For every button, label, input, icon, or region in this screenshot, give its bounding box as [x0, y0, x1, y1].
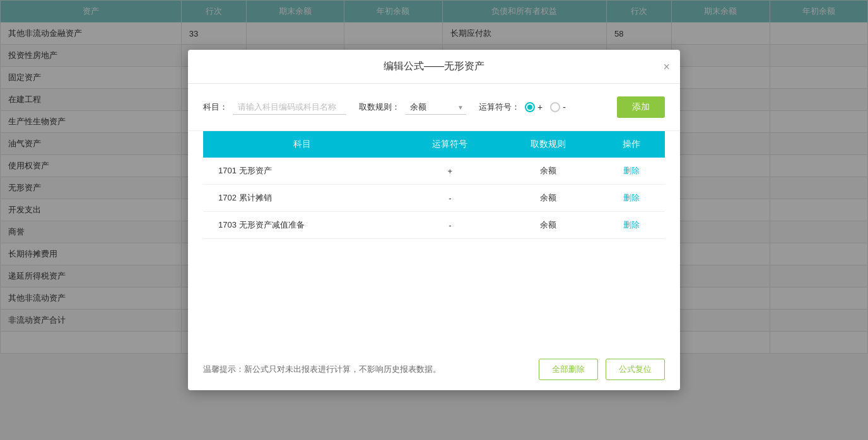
modal-overlay: 编辑公式——无形资产 × 科目： 取数规则： 余额借方贷方借方发生额贷方发生额 …: [0, 0, 868, 440]
formula-subject-cell: 1702 累计摊销: [203, 185, 401, 212]
radio-minus[interactable]: -: [550, 102, 566, 112]
delete-row-button[interactable]: 删除: [623, 192, 640, 204]
formula-rule-cell: 余额: [499, 158, 597, 185]
radio-plus-label: +: [537, 102, 542, 112]
formula-subject-cell: 1701 无形资产: [203, 158, 401, 185]
rule-label: 取数规则：: [359, 101, 400, 113]
modal-footer: 温馨提示：新公式只对未出报表进行计算，不影响历史报表数据。 全部删除 公式复位: [188, 349, 680, 390]
delete-row-button[interactable]: 删除: [623, 165, 640, 177]
reset-formula-button[interactable]: 公式复位: [606, 359, 665, 380]
formula-action-cell: 删除: [598, 158, 665, 185]
delete-all-button[interactable]: 全部删除: [539, 359, 598, 380]
table-row: 1702 累计摊销-余额删除: [203, 185, 665, 212]
modal-close-button[interactable]: ×: [663, 61, 670, 72]
formula-subject-cell: 1703 无形资产减值准备: [203, 212, 401, 239]
formula-table-header-cell: 科目: [203, 131, 401, 158]
footer-buttons: 全部删除 公式复位: [539, 359, 665, 380]
table-row: 1703 无形资产减值准备-余额删除: [203, 212, 665, 239]
add-button[interactable]: 添加: [617, 96, 665, 118]
footer-hint: 温馨提示：新公式只对未出报表进行计算，不影响历史报表数据。: [203, 364, 441, 375]
formula-table: 科目运算符号取数规则操作 1701 无形资产+余额删除1702 累计摊销-余额删…: [203, 131, 665, 239]
formula-operator-cell: -: [401, 185, 499, 212]
rule-select-wrapper: 余额借方贷方借方发生额贷方发生额 ▼: [405, 100, 466, 115]
edit-formula-modal: 编辑公式——无形资产 × 科目： 取数规则： 余额借方贷方借方发生额贷方发生额 …: [188, 50, 680, 390]
radio-minus-circle: [550, 102, 560, 112]
operator-radio-group: + -: [525, 102, 566, 112]
radio-plus-circle: [525, 102, 535, 112]
formula-rule-cell: 余额: [499, 185, 597, 212]
formula-table-header-cell: 操作: [598, 131, 665, 158]
subject-input[interactable]: [233, 100, 346, 115]
form-row: 科目： 取数规则： 余额借方贷方借方发生额贷方发生额 ▼ 运算符号： +: [188, 84, 680, 131]
rule-group: 取数规则： 余额借方贷方借方发生额贷方发生额 ▼: [359, 100, 466, 115]
modal-header: 编辑公式——无形资产 ×: [188, 50, 680, 84]
formula-action-cell: 删除: [598, 212, 665, 239]
modal-title: 编辑公式——无形资产: [384, 60, 484, 73]
subject-label: 科目：: [203, 101, 228, 113]
formula-table-wrapper: 科目运算符号取数规则操作 1701 无形资产+余额删除1702 累计摊销-余额删…: [188, 131, 680, 349]
operator-label: 运算符号：: [479, 101, 520, 113]
formula-table-header-cell: 取数规则: [499, 131, 597, 158]
table-row: 1701 无形资产+余额删除: [203, 158, 665, 185]
formula-operator-cell: -: [401, 212, 499, 239]
radio-minus-label: -: [563, 102, 566, 112]
delete-row-button[interactable]: 删除: [623, 219, 640, 231]
radio-plus[interactable]: +: [525, 102, 542, 112]
formula-rule-cell: 余额: [499, 212, 597, 239]
subject-group: 科目：: [203, 100, 346, 115]
formula-action-cell: 删除: [598, 185, 665, 212]
formula-table-header-cell: 运算符号: [401, 131, 499, 158]
rule-select[interactable]: 余额借方贷方借方发生额贷方发生额: [405, 100, 466, 115]
formula-operator-cell: +: [401, 158, 499, 185]
operator-group: 运算符号： + -: [479, 101, 566, 113]
